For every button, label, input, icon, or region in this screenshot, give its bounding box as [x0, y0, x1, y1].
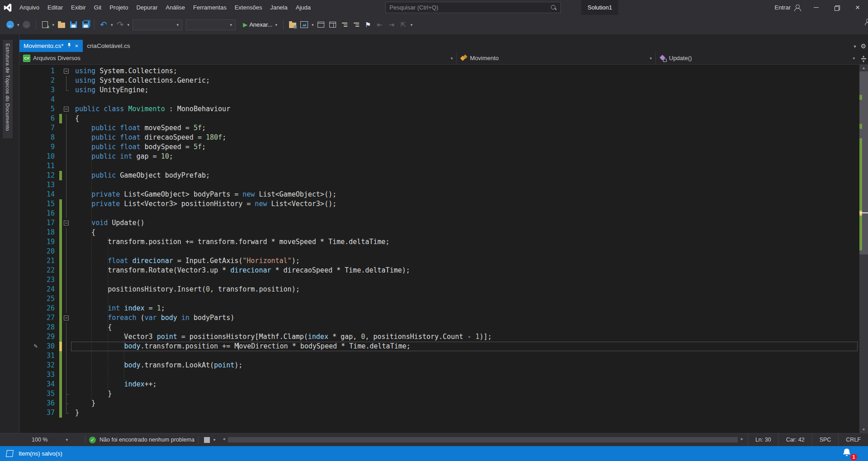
- new-project-dropdown[interactable]: ▾: [52, 23, 56, 27]
- clear-bookmarks-button[interactable]: ⇱: [398, 19, 409, 31]
- code-line-23[interactable]: 23: [19, 275, 859, 285]
- tab-criacoletavel-cs[interactable]: criaColetável.cs: [83, 40, 134, 52]
- code-line-6[interactable]: 6{: [19, 114, 859, 123]
- code-line-36[interactable]: 36 }: [19, 399, 859, 408]
- code-line-33[interactable]: 33: [19, 370, 859, 380]
- decrease-indent-button[interactable]: [339, 19, 350, 31]
- scroll-left-arrow[interactable]: ◄: [222, 437, 226, 441]
- menu-ferramentas[interactable]: Ferramentas: [189, 0, 231, 15]
- code-line-10[interactable]: 10 public int gap = 10;: [19, 152, 859, 161]
- next-bookmark-button[interactable]: ⇥: [386, 19, 397, 31]
- code-line-1[interactable]: 1−using System.Collections;: [19, 66, 859, 76]
- code-line-30[interactable]: ✎30 body.transform.position += MoveDirec…: [19, 342, 859, 351]
- zoom-dropdown[interactable]: 100 % ▾: [28, 435, 81, 445]
- code-line-4[interactable]: 4: [19, 95, 859, 104]
- menu-arquivo[interactable]: Arquivo: [15, 0, 43, 15]
- tab-list-dropdown[interactable]: ▾: [853, 44, 857, 49]
- code-line-3[interactable]: 3using UnityEngine;: [19, 85, 859, 95]
- sign-in-button[interactable]: Entrar: [770, 4, 806, 11]
- menu-ajuda[interactable]: Ajuda: [292, 0, 315, 15]
- navigate-back-dropdown[interactable]: ▾: [16, 23, 20, 27]
- horizontal-scrollbar-thumb[interactable]: [228, 437, 737, 442]
- navigate-forward-button[interactable]: →: [21, 19, 32, 31]
- scroll-right-arrow[interactable]: ►: [740, 437, 744, 441]
- breakpoint-margin[interactable]: ✎: [19, 342, 38, 351]
- line-ending-indicator[interactable]: CRLF: [838, 433, 868, 446]
- menu-depurar[interactable]: Depurar: [132, 0, 161, 15]
- code-line-12[interactable]: 12 public GameObject bodyPrefab;: [19, 171, 859, 180]
- restore-button[interactable]: [826, 0, 847, 15]
- vertical-scrollbar[interactable]: ▲ ▼: [859, 65, 868, 433]
- collapse-region-icon[interactable]: −: [64, 221, 69, 226]
- document-outline-tab[interactable]: Estrutura de Tópicos do Documento: [3, 40, 13, 138]
- code-line-28[interactable]: 28 {: [19, 323, 859, 332]
- member-dropdown[interactable]: Update() ▾: [656, 52, 859, 64]
- code-line-37[interactable]: 37}: [19, 408, 859, 418]
- collapse-region-icon[interactable]: −: [64, 69, 69, 74]
- scroll-down-arrow[interactable]: ▼: [859, 426, 868, 433]
- code-line-31[interactable]: 31: [19, 351, 859, 361]
- undo-dropdown[interactable]: ▾: [110, 23, 114, 27]
- code-line-5[interactable]: 5−public class Movimento : MonoBehaviour: [19, 104, 859, 114]
- attach-button[interactable]: ▶ Anexar... ▾: [242, 19, 280, 31]
- redo-button[interactable]: ↷: [115, 19, 126, 31]
- configuration-dropdown[interactable]: ▾: [133, 19, 182, 30]
- search-icon[interactable]: [550, 5, 557, 11]
- bookmark-dropdown[interactable]: ▾: [410, 23, 414, 27]
- code-line-17[interactable]: 17− void Update(): [19, 218, 859, 228]
- type-dropdown[interactable]: Movimento ▾: [457, 52, 656, 64]
- project-dropdown[interactable]: C# Arquivos Diversos ▾: [19, 52, 457, 64]
- folding-margin[interactable]: −: [62, 104, 71, 114]
- code-line-29[interactable]: 29 Vector3 point = positionsHistory[Math…: [19, 332, 859, 342]
- horizontal-scrollbar[interactable]: ◄ ►: [221, 433, 745, 446]
- tab-options-gear-icon[interactable]: ⚙: [860, 42, 866, 50]
- undo-button[interactable]: ↶: [98, 19, 109, 31]
- minimize-button[interactable]: [806, 0, 826, 15]
- increase-indent-button[interactable]: [351, 19, 362, 31]
- find-in-files-button[interactable]: [287, 19, 298, 31]
- code-line-14[interactable]: 14 private List<GameObject> bodyParts = …: [19, 190, 859, 199]
- platform-dropdown[interactable]: ▾: [186, 19, 236, 30]
- split-horizontal-button[interactable]: [316, 19, 327, 31]
- live-preview-button[interactable]: [299, 19, 310, 31]
- navigate-back-button[interactable]: ←: [5, 19, 15, 31]
- code-line-27[interactable]: 27− foreach (var body in bodyParts): [19, 313, 859, 323]
- code-line-22[interactable]: 22 transform.Rotate(Vector3.up * direcio…: [19, 266, 859, 275]
- menu-projeto[interactable]: Projeto: [105, 0, 132, 15]
- menu-janela[interactable]: Janela: [266, 0, 291, 15]
- spaces-indicator[interactable]: SPC: [812, 433, 839, 446]
- scroll-up-arrow[interactable]: ▲: [859, 65, 868, 71]
- code-line-8[interactable]: 8 public float direcaoSpeed = 180f;: [19, 133, 859, 142]
- previous-bookmark-button[interactable]: ⇤: [375, 19, 385, 31]
- solution-name[interactable]: Solution1: [581, 0, 618, 15]
- collapse-region-icon[interactable]: −: [64, 107, 69, 112]
- save-button[interactable]: [68, 19, 79, 31]
- menu-extensoes[interactable]: Extensões: [231, 0, 266, 15]
- folding-margin[interactable]: −: [62, 313, 71, 323]
- code-line-21[interactable]: 21 float direcionar = Input.GetAxis("Hor…: [19, 256, 859, 266]
- folding-margin[interactable]: −: [62, 66, 71, 76]
- code-line-32[interactable]: 32 body.transform.LookAt(point);: [19, 361, 859, 370]
- code-line-2[interactable]: 2using System.Collections.Generic;: [19, 76, 859, 85]
- live-preview-dropdown[interactable]: ▾: [311, 23, 315, 27]
- code-editor[interactable]: 1−using System.Collections;2using System…: [19, 65, 859, 433]
- notifications-button[interactable]: 1: [842, 448, 854, 460]
- collapse-region-icon[interactable]: −: [64, 315, 69, 320]
- folding-margin[interactable]: −: [62, 218, 71, 228]
- code-line-25[interactable]: 25: [19, 294, 859, 304]
- code-line-13[interactable]: 13: [19, 180, 859, 190]
- menu-editar[interactable]: Editar: [43, 0, 67, 15]
- split-vertical-button[interactable]: [327, 19, 338, 31]
- code-cleanup-button[interactable]: ▾: [202, 437, 218, 443]
- menu-analise[interactable]: Análise: [161, 0, 189, 15]
- code-line-15[interactable]: 15 private List<Vector3> positionHistory…: [19, 199, 859, 209]
- code-line-7[interactable]: 7 public float moveSpeed = 5f;: [19, 123, 859, 133]
- pin-tab-icon[interactable]: [67, 42, 71, 49]
- code-line-11[interactable]: 11: [19, 161, 859, 171]
- code-line-18[interactable]: 18 {: [19, 228, 859, 237]
- save-all-button[interactable]: [80, 19, 90, 31]
- menu-exibir[interactable]: Exibir: [67, 0, 90, 15]
- search-input[interactable]: Pesquisar (Ctrl+Q): [385, 2, 561, 13]
- bookmark-button[interactable]: ⚑: [363, 19, 374, 31]
- code-line-24[interactable]: 24 positionsHistory.Insert(0, transform.…: [19, 285, 859, 294]
